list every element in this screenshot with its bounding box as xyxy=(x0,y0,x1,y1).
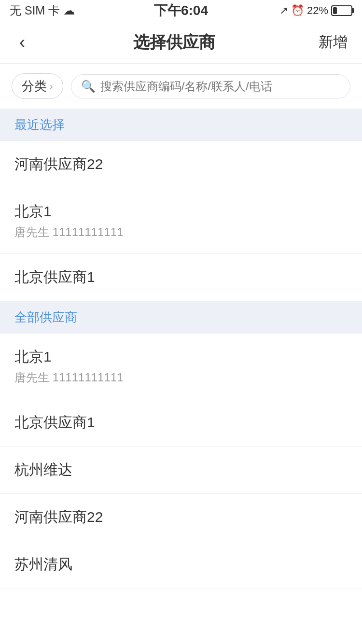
item-name: 苏州清风 xyxy=(14,555,348,574)
list-item[interactable]: 北京1 唐先生 11111111111 xyxy=(0,334,362,399)
location-icon: ↗ xyxy=(279,4,288,17)
recent-items-list: 河南供应商22 北京1 唐先生 11111111111 北京供应商1 xyxy=(0,141,362,301)
list-item[interactable]: 苏州清风 xyxy=(0,541,362,588)
all-items-list: 北京1 唐先生 11111111111 北京供应商1 杭州维达 河南供应商22 … xyxy=(0,334,362,588)
search-input[interactable] xyxy=(100,80,340,93)
all-section-label: 全部供应商 xyxy=(14,310,77,324)
recent-section-label: 最近选择 xyxy=(14,117,65,132)
item-sub: 唐先生 11111111111 xyxy=(14,370,348,385)
alarm-icon: ⏰ xyxy=(291,4,304,17)
list-item[interactable]: 杭州维达 xyxy=(0,447,362,494)
status-bar: 无 SIM 卡 ☁ 下午6:04 ↗ ⏰ 22% xyxy=(0,0,362,21)
chevron-right-icon: › xyxy=(50,81,53,92)
item-name: 北京1 xyxy=(14,347,348,367)
item-name: 北京1 xyxy=(14,202,348,222)
category-filter-button[interactable]: 分类 › xyxy=(12,73,63,99)
item-name: 河南供应商22 xyxy=(14,507,348,527)
search-icon: 🔍 xyxy=(81,80,96,93)
item-name: 杭州维达 xyxy=(14,460,348,480)
status-time: 下午6:04 xyxy=(154,1,208,20)
list-item[interactable]: 北京供应商1 xyxy=(0,399,362,447)
list-item[interactable]: 河南供应商22 xyxy=(0,141,362,188)
filter-bar: 分类 › 🔍 xyxy=(0,64,362,109)
battery-icon xyxy=(331,5,352,16)
category-label: 分类 xyxy=(22,78,47,95)
search-box[interactable]: 🔍 xyxy=(71,74,350,98)
item-sub: 唐先生 11111111111 xyxy=(14,224,348,240)
list-item[interactable]: 北京1 唐先生 11111111111 xyxy=(0,188,362,254)
status-left: 无 SIM 卡 ☁ xyxy=(10,3,75,18)
add-button[interactable]: 新增 xyxy=(319,32,348,52)
battery-percentage: 22% xyxy=(307,4,328,17)
item-name: 北京供应商1 xyxy=(14,267,348,287)
list-item[interactable]: 北京供应商1 xyxy=(0,254,362,301)
nav-bar: ‹ 选择供应商 新增 xyxy=(0,21,362,64)
recent-section-header: 最近选择 xyxy=(0,109,362,141)
no-sim-label: 无 SIM 卡 ☁ xyxy=(10,3,75,18)
list-item[interactable]: 河南供应商22 xyxy=(0,494,362,541)
back-button[interactable]: ‹ xyxy=(14,28,30,57)
item-name: 北京供应商1 xyxy=(14,413,348,433)
status-right: ↗ ⏰ 22% xyxy=(279,4,352,17)
all-section-header: 全部供应商 xyxy=(0,301,362,334)
page-title: 选择供应商 xyxy=(133,31,215,54)
item-name: 河南供应商22 xyxy=(14,154,348,174)
